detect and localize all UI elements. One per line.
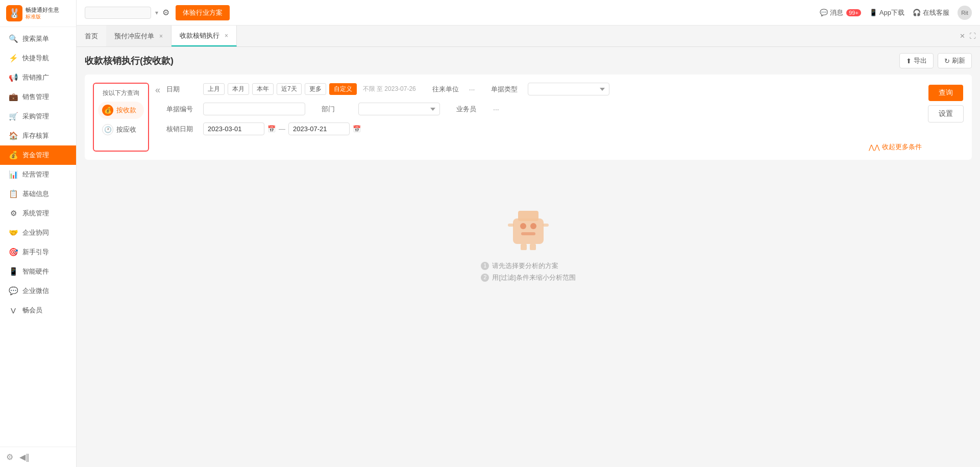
doc-no-input[interactable] <box>203 103 305 115</box>
hint-num-1: 1 <box>481 262 489 270</box>
sidebar-item-企业协同[interactable]: 🤝企业协同 <box>0 223 76 242</box>
export-button[interactable]: ⬆ 导出 <box>899 53 934 68</box>
doc-type-label: 单据类型 <box>491 85 522 94</box>
tabbar: 首页 预付冲应付单 × 收款核销执行 × ✕ ⛶ <box>77 26 980 47</box>
sidebar-item-快捷导航[interactable]: ⚡快捷导航 <box>0 48 76 68</box>
filter-sidebar-title: 按以下方查询 <box>98 89 144 97</box>
sidebar-item-资金管理[interactable]: 💰资金管理 <box>0 145 76 165</box>
empty-illustration <box>503 201 554 252</box>
gear-icon[interactable]: ⚙ <box>162 8 169 17</box>
sidebar-item-基础信息[interactable]: 📋基础信息 <box>0 184 76 204</box>
tab-prepay[interactable]: 预付冲应付单 × <box>106 26 172 46</box>
svg-point-2 <box>520 223 526 229</box>
main-area: ▾ ⚙ 体验行业方案 💬 消息 99+ 📱 App下载 🎧 在线客服 Rit <box>77 0 980 467</box>
sidebar-icon-5: 🏠 <box>8 131 18 140</box>
sidebar-item-库存核算[interactable]: 🏠库存核算 <box>0 126 76 145</box>
sidebar-item-销售管理[interactable]: 💼销售管理 <box>0 87 76 107</box>
staff-label: 业务员 <box>456 105 487 114</box>
tab-prepay-close[interactable]: × <box>159 33 163 40</box>
topbar-right: 💬 消息 99+ 📱 App下载 🎧 在线客服 Rit <box>820 6 972 20</box>
sidebar-menu: 🔍搜索菜单⚡快捷导航📢营销推广💼销售管理🛒采购管理🏠库存核算💰资金管理📊经营管理… <box>0 27 76 447</box>
messages-label: 消息 <box>830 8 843 17</box>
filter-option-by-receivable[interactable]: 🕐 按应收 <box>98 121 144 138</box>
settings-icon[interactable]: ⚙ <box>6 452 13 462</box>
calendar-icon-end[interactable]: 📅 <box>353 125 361 133</box>
sidebar-icon-3: 💼 <box>8 92 18 102</box>
svg-rect-7 <box>521 244 527 250</box>
user-avatar[interactable]: Rit <box>958 6 972 20</box>
date-btn-last-month[interactable]: 上月 <box>203 83 225 95</box>
sidebar-item-系统管理[interactable]: ⚙系统管理 <box>0 204 76 223</box>
industry-solution-button[interactable]: 体验行业方案 <box>176 5 230 20</box>
tabbar-controls: ✕ ⛶ <box>955 26 980 46</box>
sidebar-item-智能硬件[interactable]: 📱智能硬件 <box>0 262 76 281</box>
dept-select[interactable] <box>358 103 440 115</box>
tab-collection-close[interactable]: × <box>225 32 228 39</box>
expand-icon[interactable]: ⛶ <box>969 32 976 40</box>
refresh-icon: ↻ <box>944 57 950 65</box>
filter-row-2: 单据编号 部门 业务员 ··· <box>166 103 922 115</box>
search-input[interactable] <box>85 7 151 19</box>
svg-point-3 <box>530 223 536 229</box>
verify-date-end-input[interactable] <box>288 122 350 135</box>
empty-hints: 1 请先选择要分析的方案 2 用[过滤]条件来缩小分析范围 <box>481 260 575 284</box>
calendar-icon-start[interactable]: 📅 <box>267 125 276 133</box>
sidebar-footer: ⚙ ◀‖ <box>0 447 76 467</box>
sidebar-item-采购管理[interactable]: 🛒采购管理 <box>0 107 76 126</box>
sidebar: 🐰 畅捷通好生意 标准版 🔍搜索菜单⚡快捷导航📢营销推广💼销售管理🛒采购管理🏠库… <box>0 0 77 467</box>
tab-collection-label: 收款核销执行 <box>180 31 219 40</box>
query-button[interactable]: 查询 <box>928 85 963 101</box>
page-wrapper: 收款核销执行(按收款) ⬆ 导出 ↻ 刷新 按以下方查询 <box>77 47 980 331</box>
date-btn-this-year[interactable]: 本年 <box>252 83 274 95</box>
online-service-button[interactable]: 🎧 在线客服 <box>913 8 949 17</box>
dept-label: 部门 <box>322 105 352 114</box>
hint-num-2: 2 <box>481 274 489 282</box>
collapse-more-conditions[interactable]: ⋀⋀ 收起更多条件 <box>166 142 922 152</box>
service-icon: 🎧 <box>913 9 921 16</box>
sidebar-item-畅会员[interactable]: V畅会员 <box>0 301 76 320</box>
sidebar-item-新手引导[interactable]: 🎯新手引导 <box>0 242 76 262</box>
messages-button[interactable]: 💬 消息 99+ <box>820 8 861 17</box>
tab-home[interactable]: 首页 <box>77 26 106 46</box>
close-tab-icon[interactable]: ✕ <box>960 32 965 40</box>
doc-type-select[interactable] <box>528 83 609 95</box>
filter-option2-label: 按应收 <box>116 125 136 134</box>
date-btn-custom[interactable]: 自定义 <box>329 83 357 95</box>
filter-main: 日期 上月 本月 本年 近7天 更多 自定义 不限 至 2023-07-26 往… <box>166 83 922 152</box>
setting-button[interactable]: 设置 <box>928 105 964 122</box>
sidebar-label-11: 新手引导 <box>22 248 49 257</box>
sidebar-icon-0: 🔍 <box>8 34 18 43</box>
app-download-button[interactable]: 📱 App下载 <box>869 8 904 17</box>
date-shortcuts: 上月 本月 本年 近7天 更多 自定义 <box>203 83 357 95</box>
sidebar-icon-13: 💬 <box>8 286 18 296</box>
sidebar-item-企业微信[interactable]: 💬企业微信 <box>0 281 76 301</box>
online-service-label: 在线客服 <box>923 8 949 17</box>
verify-date-start-input[interactable] <box>203 122 264 135</box>
sidebar-icon-8: 📋 <box>8 189 18 199</box>
date-btn-last-7-days[interactable]: 近7天 <box>277 83 302 95</box>
sidebar-item-营销推广[interactable]: 📢营销推广 <box>0 68 76 87</box>
counterpart-select-btn[interactable]: ··· <box>469 85 475 93</box>
filter-actions: 查询 设置 <box>928 83 964 152</box>
tab-collection-verification[interactable]: 收款核销执行 × <box>172 26 237 46</box>
sidebar-item-搜索菜单[interactable]: 🔍搜索菜单 <box>0 29 76 48</box>
date-btn-this-month[interactable]: 本月 <box>228 83 249 95</box>
filter-option-by-receipt[interactable]: 💰 按收款 <box>98 102 144 119</box>
filter-row-1: 日期 上月 本月 本年 近7天 更多 自定义 不限 至 2023-07-26 往… <box>166 83 922 95</box>
svg-rect-8 <box>530 244 536 250</box>
verify-date-label: 核销日期 <box>166 125 197 134</box>
content-area: 收款核销执行(按收款) ⬆ 导出 ↻ 刷新 按以下方查询 <box>77 47 980 467</box>
collapse-sidebar-icon[interactable]: ◀‖ <box>19 452 30 462</box>
sidebar-label-3: 销售管理 <box>22 92 49 102</box>
tab-home-label: 首页 <box>85 32 98 41</box>
staff-select-btn[interactable]: ··· <box>493 105 499 113</box>
sidebar-icon-14: V <box>8 306 18 315</box>
refresh-button[interactable]: ↻ 刷新 <box>938 53 972 68</box>
date-btn-more[interactable]: 更多 <box>305 83 326 95</box>
sidebar-logo: 🐰 畅捷通好生意 标准版 <box>0 0 76 27</box>
sidebar-item-经营管理[interactable]: 📊经营管理 <box>0 165 76 184</box>
verify-date-range: 📅 — 📅 <box>203 122 361 135</box>
hint-text-1: 请先选择要分析的方案 <box>492 260 558 272</box>
topbar: ▾ ⚙ 体验行业方案 💬 消息 99+ 📱 App下载 🎧 在线客服 Rit <box>77 0 980 26</box>
collapse-filter-button[interactable]: « <box>155 83 160 152</box>
